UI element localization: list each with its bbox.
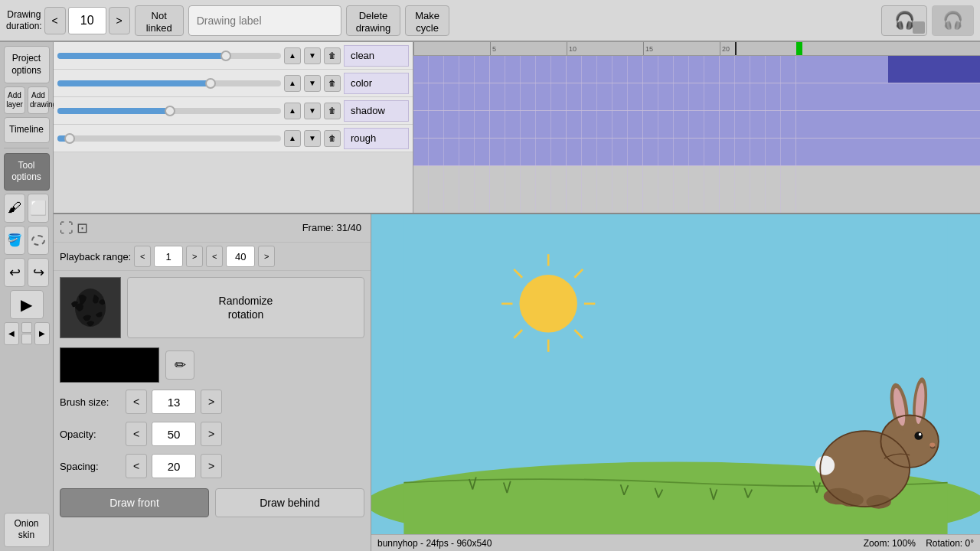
rough-layer-name: rough xyxy=(344,128,409,149)
scene-svg xyxy=(371,214,980,534)
color-slider-thumb[interactable] xyxy=(205,78,216,89)
expand-button[interactable]: ⛶ xyxy=(60,217,74,239)
shadow-up-button[interactable]: ▲ xyxy=(284,103,301,119)
fill-tool-button[interactable]: 🪣 xyxy=(4,226,25,255)
spacing-label: Spacing: xyxy=(60,461,121,472)
make-cycle-button[interactable]: Make cycle xyxy=(405,5,449,36)
play-button[interactable]: ▶ xyxy=(10,290,44,319)
redo-button[interactable]: ↪ xyxy=(28,258,49,287)
duration-value-input[interactable] xyxy=(68,7,106,34)
spacing-row: Spacing: < > xyxy=(54,450,371,482)
clean-up-button[interactable]: ▲ xyxy=(284,47,301,64)
play-icon: ▶ xyxy=(21,295,32,314)
shadow-layer-slider[interactable] xyxy=(57,108,281,114)
rough-up-button[interactable]: ▲ xyxy=(284,130,301,147)
lasso-tool-button[interactable] xyxy=(28,226,49,255)
rough-slider-thumb[interactable] xyxy=(64,133,75,144)
headphones-icon: 🎧 xyxy=(894,11,915,31)
range-start-input[interactable] xyxy=(154,246,183,267)
secondary-icon: 🎧 xyxy=(942,11,963,31)
brush-size-input[interactable] xyxy=(152,390,196,414)
randomize-rotation-button[interactable]: Randomize rotation xyxy=(127,277,364,338)
playback-range-row: Playback range: < > < > xyxy=(54,242,371,271)
spacing-decrease-button[interactable]: < xyxy=(126,454,147,478)
range-start-prev-button[interactable]: < xyxy=(134,246,151,267)
shadow-down-button[interactable]: ▼ xyxy=(304,103,321,119)
color-swatch[interactable] xyxy=(60,347,159,383)
color-row: ✏ xyxy=(54,344,371,386)
spacing-increase-button[interactable]: > xyxy=(201,454,222,478)
zoom-info: Zoom: 100% xyxy=(864,538,916,549)
ruler-tick-10: 10 xyxy=(567,42,577,56)
color-layer-name: color xyxy=(344,73,409,94)
shadow-slider-thumb[interactable] xyxy=(165,106,175,116)
layer-nav-group xyxy=(21,322,32,344)
color-delete-button[interactable]: 🗑 xyxy=(324,75,341,92)
draw-behind-button[interactable]: Draw behind xyxy=(215,488,364,517)
draw-front-button[interactable]: Draw front xyxy=(60,488,209,517)
range-start-next-button[interactable]: > xyxy=(186,246,203,267)
color-layer-slider[interactable] xyxy=(57,80,281,86)
rough-delete-button[interactable]: 🗑 xyxy=(324,130,341,147)
next-frame-button[interactable]: ▶ xyxy=(34,322,50,345)
layer-row-rough: ▲ ▼ 🗑 rough xyxy=(54,125,413,152)
eraser-tool-button[interactable]: ⬜ xyxy=(28,194,49,223)
timeline-row-color[interactable] xyxy=(413,83,980,111)
rough-down-button[interactable]: ▼ xyxy=(304,130,321,147)
eyedropper-button[interactable]: ✏ xyxy=(165,350,194,380)
svg-point-19 xyxy=(914,432,923,440)
layer-nav-btn-2[interactable] xyxy=(21,334,32,344)
brush-size-label: Brush size: xyxy=(60,396,121,408)
timeline-row-rough[interactable] xyxy=(413,139,980,166)
drawing-label-input[interactable] xyxy=(188,5,341,36)
timeline-button[interactable]: Timeline xyxy=(4,117,50,143)
duration-decrease-button[interactable]: < xyxy=(44,7,66,34)
layer-nav-btn-1[interactable] xyxy=(21,322,32,333)
eyedropper-icon: ✏ xyxy=(175,357,186,373)
color-up-button[interactable]: ▲ xyxy=(284,75,301,92)
collapse-button[interactable]: ⊡ xyxy=(77,217,88,239)
not-linked-button[interactable]: Not linked xyxy=(135,5,184,36)
layer-row-color: ▲ ▼ 🗑 color xyxy=(54,70,413,97)
brush-size-decrease-button[interactable]: < xyxy=(126,390,147,414)
delete-drawing-button[interactable]: Delete drawing xyxy=(346,5,401,36)
opacity-decrease-button[interactable]: < xyxy=(126,422,147,446)
shadow-delete-button[interactable]: 🗑 xyxy=(324,103,341,119)
clean-layer-slider[interactable] xyxy=(57,53,281,59)
rough-layer-slider[interactable] xyxy=(57,135,281,142)
secondary-icon-button[interactable]: 🎧 xyxy=(932,5,974,36)
timeline-row-clean[interactable] xyxy=(413,56,980,83)
project-options-button[interactable]: Project options xyxy=(4,46,50,83)
headphones-icon-button[interactable]: 🎧 xyxy=(881,5,927,36)
ruler-tick-5: 5 xyxy=(490,42,496,56)
tool-options-button[interactable]: Tool options xyxy=(4,153,50,191)
clean-slider-thumb[interactable] xyxy=(220,51,231,61)
clean-delete-button[interactable]: 🗑 xyxy=(324,47,341,64)
svg-point-20 xyxy=(919,433,922,436)
svg-point-21 xyxy=(929,442,935,446)
playhead xyxy=(735,42,737,55)
canvas-view[interactable] xyxy=(371,214,980,534)
range-end-prev-button[interactable]: < xyxy=(206,246,223,267)
color-down-button[interactable]: ▼ xyxy=(304,75,321,92)
undo-button[interactable]: ↩ xyxy=(4,258,25,287)
clean-down-button[interactable]: ▼ xyxy=(304,47,321,64)
prev-frame-button[interactable]: ◀ xyxy=(4,322,19,345)
timeline-row-shadow[interactable] xyxy=(413,111,980,139)
add-drawing-button[interactable]: Add drawing xyxy=(28,86,49,114)
fill-lasso-row: 🪣 xyxy=(4,226,49,255)
range-end-input[interactable] xyxy=(226,246,255,267)
onion-skin-button[interactable]: Onion skin xyxy=(4,513,50,547)
brush-preview-row: Randomize rotation xyxy=(54,271,371,344)
brush-size-increase-button[interactable]: > xyxy=(201,390,222,414)
range-end-next-button[interactable]: > xyxy=(258,246,275,267)
tl-cell-divider[interactable] xyxy=(413,56,980,83)
ruler-tick-15: 15 xyxy=(643,42,653,56)
brush-tool-button[interactable]: 🖌 xyxy=(4,194,25,223)
duration-increase-button[interactable]: > xyxy=(109,7,130,34)
opacity-input[interactable] xyxy=(152,422,196,446)
add-layer-button[interactable]: Add layer xyxy=(4,86,25,114)
spacing-input[interactable] xyxy=(152,454,196,478)
fill-icon: 🪣 xyxy=(7,233,22,247)
opacity-increase-button[interactable]: > xyxy=(201,422,222,446)
